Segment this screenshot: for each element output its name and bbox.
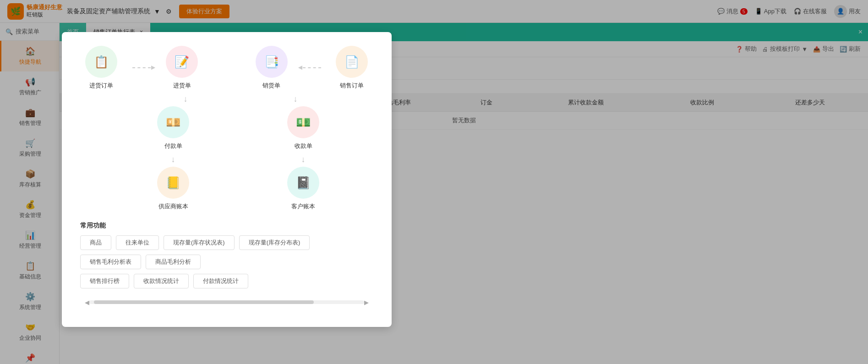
flow-item-supplier-account[interactable]: 📒 供应商账本 [157, 167, 189, 211]
sales-order-label: 销售订单 [340, 81, 364, 90]
receipt-slip-circle: 💵 [287, 106, 319, 138]
sales-slip-icon: 📑 [264, 55, 279, 69]
supplier-account-label: 供应商账本 [158, 202, 188, 211]
sales-slip-label: 销货单 [262, 81, 280, 90]
purchase-slip-icon: 📝 [175, 55, 189, 69]
func-btn-stock-status[interactable]: 现存量(库存状况表) [164, 235, 235, 250]
arrow-down-purchase: ↓ [167, 93, 204, 104]
flow-item-customer-account[interactable]: 📓 客户账本 [287, 167, 319, 211]
purchase-slip-label: 进货单 [173, 81, 191, 90]
arrow-4-3 [298, 67, 326, 68]
flow-row-1: 📋 进货订单 📝 进货单 [80, 46, 373, 90]
flow-item-purchase-slip[interactable]: 📝 进货单 [166, 46, 198, 90]
func-btn-product-margin[interactable]: 商品毛利分析 [146, 255, 201, 269]
arrow-1-2 [128, 67, 155, 68]
customer-account-icon: 📓 [296, 176, 311, 190]
func-btn-sales-margin[interactable]: 销售毛利分析表 [80, 255, 141, 269]
modal-body: 📋 进货订单 📝 进货单 [62, 32, 392, 327]
flow-row-3: 📒 供应商账本 📓 客户账本 [80, 167, 373, 211]
modal-overlay[interactable]: 📋 进货订单 📝 进货单 [0, 0, 868, 364]
arrow-down-payment: ↓ [157, 154, 189, 165]
customer-account-label: 客户账本 [291, 202, 315, 211]
quick-guide-modal: 📋 进货订单 📝 进货单 [62, 32, 392, 327]
func-buttons-2: 销售排行榜 收款情况统计 付款情况统计 [80, 274, 373, 288]
func-btn-receipt-stats[interactable]: 收款情况统计 [134, 274, 189, 288]
purchase-order-circle: 📋 [85, 46, 117, 78]
func-buttons: 商品 往来单位 现存量(库存状况表) 现存量(库存分布表) 销售毛利分析表 商品… [80, 235, 373, 269]
scrollbar[interactable] [89, 300, 364, 304]
arrow-down-sales: ↓ [277, 93, 314, 104]
payment-slip-circle: 💴 [157, 106, 189, 138]
modal-scroll-row: ◀ ▶ [80, 296, 373, 313]
purchase-slip-circle: 📝 [166, 46, 198, 78]
scroll-left-icon[interactable]: ◀ [85, 299, 89, 306]
arrow-down-row-2: ↓ ↓ [80, 154, 373, 165]
func-btn-stock-dist[interactable]: 现存量(库存分布表) [239, 235, 310, 250]
purchase-order-label: 进货订单 [89, 81, 113, 90]
arrow-down-receipt: ↓ [287, 154, 319, 165]
flow-item-payment-slip[interactable]: 💴 付款单 [157, 106, 189, 150]
scroll-right-icon[interactable]: ▶ [364, 299, 369, 306]
func-btn-product[interactable]: 商品 [80, 235, 111, 250]
receipt-slip-icon: 💵 [296, 115, 311, 130]
scrollbar-thumb [94, 300, 314, 304]
flow-row-2: 💴 付款单 💵 收款单 [80, 106, 373, 150]
flow-item-sales-order[interactable]: 📄 销售订单 [336, 46, 368, 90]
payment-slip-label: 付款单 [164, 142, 182, 150]
flow-item-sales-slip[interactable]: 📑 销货单 [256, 46, 288, 90]
flow-item-receipt-slip[interactable]: 💵 收款单 [287, 106, 319, 150]
flow-item-purchase-order[interactable]: 📋 进货订单 [85, 46, 117, 90]
payment-slip-icon: 💴 [166, 115, 180, 130]
customer-account-circle: 📓 [287, 167, 319, 199]
sales-order-circle: 📄 [336, 46, 368, 78]
common-title: 常用功能 [80, 222, 373, 230]
func-btn-payment-stats[interactable]: 付款情况统计 [193, 274, 248, 288]
supplier-account-circle: 📒 [157, 167, 189, 199]
sales-order-icon: 📄 [344, 55, 359, 69]
sales-slip-circle: 📑 [256, 46, 288, 78]
purchase-order-icon: 📋 [94, 55, 109, 69]
func-btn-sales-rank[interactable]: 销售排行榜 [80, 274, 129, 288]
receipt-slip-label: 收款单 [295, 142, 312, 150]
supplier-account-icon: 📒 [166, 176, 180, 190]
arrow-down-row-1: ↓ ↓ [80, 93, 373, 104]
func-btn-partner[interactable]: 往来单位 [116, 235, 159, 250]
